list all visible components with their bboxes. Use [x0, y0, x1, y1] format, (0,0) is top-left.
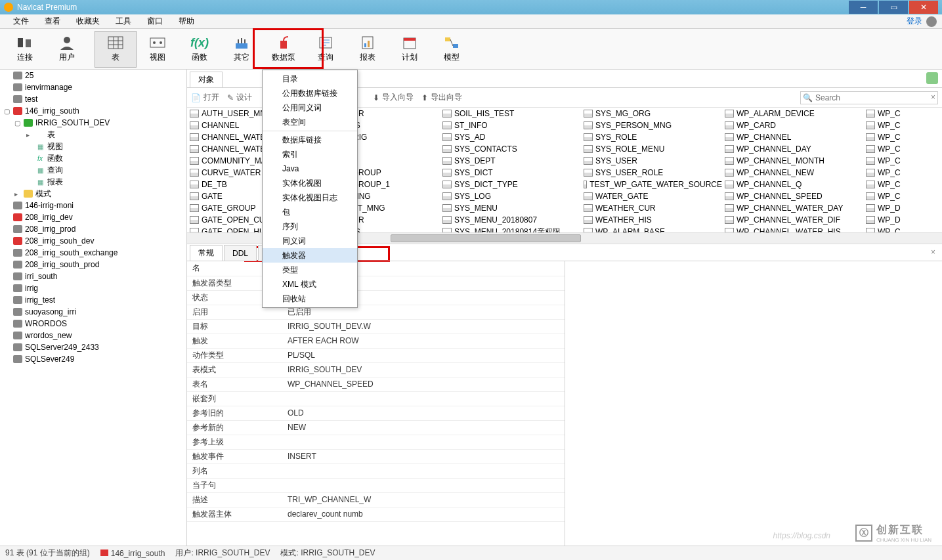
table-item[interactable]: WP_CHANNEL_NEW [722, 167, 863, 179]
menu-item[interactable]: XML 模式 [263, 277, 357, 291]
table-item[interactable]: WP_CHANNEL [722, 131, 863, 143]
menu-item[interactable]: 实体化视图日志 [263, 190, 357, 205]
tool-connect[interactable]: 连接 [4, 31, 46, 68]
tree-node[interactable]: irrig_test [0, 294, 186, 306]
table-item[interactable]: WP_C [863, 119, 903, 131]
table-item[interactable]: WP_D [863, 214, 903, 226]
tab-general[interactable]: 常规 [190, 245, 223, 261]
table-item[interactable]: SYS_ROLE [581, 131, 722, 143]
menu-item[interactable]: 表空间 [263, 115, 357, 129]
menu-item[interactable]: 索引 [263, 147, 357, 162]
tree-node[interactable]: test [0, 93, 186, 105]
table-item[interactable]: SYS_PERSON_MNG [581, 119, 722, 131]
menu-window[interactable]: 窗口 [139, 14, 171, 29]
table-item[interactable]: WEATHER_CUR [581, 202, 722, 214]
table-item[interactable]: WP_CHANNEL_WATER_HIS [722, 226, 863, 232]
menu-item[interactable]: 公用数据库链接 [263, 86, 357, 100]
table-item[interactable]: WP_C [863, 190, 903, 202]
table-item[interactable]: SYS_DICT_TYPE [440, 179, 581, 190]
sync-icon[interactable] [926, 72, 938, 84]
table-item[interactable]: SYS_MENU [440, 202, 581, 214]
tool-schedule[interactable]: 计划 [389, 31, 431, 68]
action-export[interactable]: ⬆ 导出向导 [421, 92, 462, 103]
table-item[interactable]: WP_C [863, 108, 903, 119]
table-item[interactable]: WP_C [863, 143, 903, 155]
tree-node[interactable]: SQLSever249 [0, 353, 186, 365]
menu-file[interactable]: 文件 [5, 14, 37, 29]
tree-node[interactable]: ienvirmanage [0, 81, 186, 93]
menu-item[interactable]: 实体化视图 [263, 176, 357, 190]
table-item[interactable]: SYS_DEPT [440, 155, 581, 167]
table-item[interactable]: SYS_CONTACTS [440, 143, 581, 155]
menu-item[interactable]: 序列 [263, 219, 357, 234]
table-item[interactable]: SYS_USER_ROLE [581, 167, 722, 179]
tool-table[interactable]: 表 [95, 31, 137, 68]
clear-search-icon[interactable]: × [931, 93, 935, 102]
menu-help[interactable]: 帮助 [171, 14, 202, 29]
tab-ddl[interactable]: DDL [224, 245, 257, 261]
table-item[interactable]: WEATHER_HIS [581, 214, 722, 226]
tree-node[interactable]: ▢146_irrig_south [0, 105, 186, 117]
menu-item[interactable]: 公用同义词 [263, 100, 357, 115]
tool-user[interactable]: 用户 [46, 31, 88, 68]
tree-node[interactable]: 208_irrig_prod [0, 223, 186, 235]
tree-node[interactable]: 25 [0, 70, 186, 81]
tool-report[interactable]: 报表 [347, 31, 389, 68]
table-item[interactable]: WP_C [863, 226, 903, 232]
tool-other[interactable]: 其它 [221, 31, 263, 68]
table-item[interactable]: WP_CHANNEL_DAY [722, 143, 863, 155]
tree-node[interactable]: ▢IRRIG_SOUTH_DEV [0, 117, 186, 129]
table-item[interactable]: WP_CHANNEL_SPEED [722, 190, 863, 202]
close-button[interactable]: ✕ [909, 1, 938, 14]
action-import[interactable]: ⬇ 导入向导 [373, 92, 414, 103]
table-item[interactable]: WP_CHANNEL_WATER_DIF [722, 214, 863, 226]
tool-model[interactable]: 模型 [431, 31, 473, 68]
menu-item[interactable]: Java [263, 162, 357, 176]
tree-node[interactable]: 208_irrig_souh_dev [0, 235, 186, 247]
menu-item[interactable]: 数据库链接 [263, 133, 357, 147]
tree-node[interactable]: ▸表 [0, 129, 186, 140]
tree-node[interactable]: 208_irrig_dev [0, 211, 186, 223]
close-panel-icon[interactable]: × [931, 248, 935, 257]
table-item[interactable]: WP_CHANNEL_MONTH [722, 155, 863, 167]
table-item[interactable]: SYS_ROLE_MENU [581, 143, 722, 155]
table-item[interactable]: SYS_MENU_20180807 [440, 214, 581, 226]
tree-node[interactable]: 208_irrig_south_exchange [0, 247, 186, 259]
tree-node[interactable]: SQLServer249_2433 [0, 341, 186, 353]
menu-item-trigger[interactable]: 触发器 [263, 248, 357, 263]
menu-item[interactable]: 回收站 [263, 291, 357, 306]
tree-node[interactable]: wrordos_new [0, 330, 186, 341]
table-item[interactable]: WP_C [863, 155, 903, 167]
menu-view[interactable]: 查看 [37, 14, 68, 29]
login-link[interactable]: 登录 [907, 16, 926, 27]
table-item[interactable]: WP_D [863, 202, 903, 214]
tree-node[interactable]: ▦报表 [0, 176, 186, 188]
tool-function[interactable]: f(x)函数 [179, 31, 221, 68]
tree-node[interactable]: 146-irrig-moni [0, 200, 186, 211]
table-item[interactable]: WP_CHANNEL_WATER_DAY [722, 202, 863, 214]
table-item[interactable]: WP_C [863, 179, 903, 190]
menu-item[interactable]: 同义词 [263, 234, 357, 248]
table-item[interactable]: SYS_DICT [440, 167, 581, 179]
tool-view[interactable]: 视图 [137, 31, 179, 68]
tree-node[interactable]: ▦查询 [0, 164, 186, 176]
tab-objects[interactable]: 对象 [190, 72, 223, 87]
table-item[interactable]: WP_CHANNEL_Q [722, 179, 863, 190]
menu-fav[interactable]: 收藏夹 [68, 14, 108, 29]
table-item[interactable]: SYS_USER [581, 155, 722, 167]
table-item[interactable]: WP_ALARM_BASE [581, 226, 722, 232]
table-item[interactable]: SYS_MENU_20180814亲权限 [440, 226, 581, 232]
tree-node[interactable]: irrig [0, 282, 186, 294]
menu-item[interactable]: 目录 [263, 72, 357, 86]
tree-node[interactable]: ▸模式 [0, 188, 186, 200]
tree-node[interactable]: suoyasong_irri [0, 306, 186, 318]
tree-node[interactable]: 208_irrig_south_prod [0, 259, 186, 270]
table-item[interactable]: SYS_MG_ORG [581, 108, 722, 119]
table-item[interactable]: ST_INFO [440, 119, 581, 131]
menu-item[interactable]: 包 [263, 205, 357, 219]
table-item[interactable]: TEST_WP_GATE_WATER_SOURCE [581, 179, 722, 190]
action-design[interactable]: ✎ 设计 [227, 92, 252, 103]
search-input[interactable] [800, 91, 938, 104]
table-item[interactable]: SOIL_HIS_TEST [440, 108, 581, 119]
maximize-button[interactable]: ▭ [879, 1, 908, 14]
